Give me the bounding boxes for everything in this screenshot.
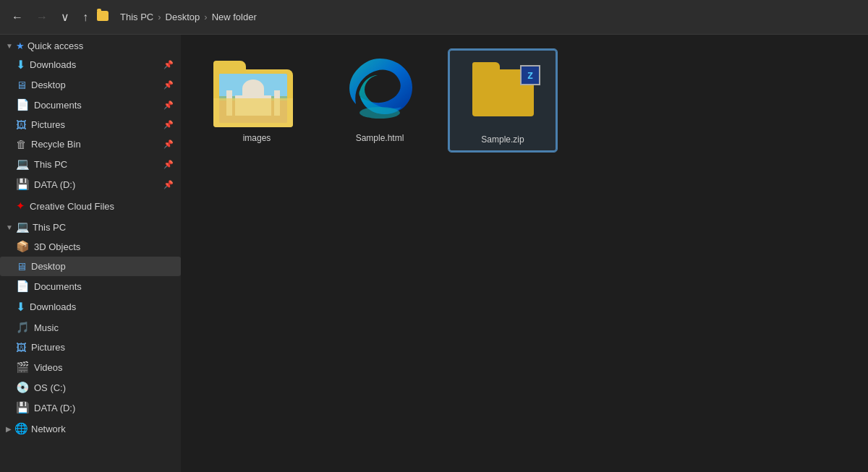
sidebar-label-cc: Creative Cloud Files	[30, 201, 114, 212]
file-label-images: images	[243, 133, 271, 143]
forward-button[interactable]: →	[32, 9, 52, 26]
creative-cloud-icon: ✦	[16, 199, 25, 213]
breadcrumb-desktop[interactable]: Desktop	[166, 12, 200, 22]
music-icon: 🎵	[16, 321, 30, 334]
sidebar-label-documents: Documents	[34, 281, 82, 292]
breadcrumb: This PC › Desktop › New folder	[120, 12, 257, 22]
file-label-samplezip: Sample.zip	[481, 134, 524, 145]
pin-icon: 📌	[163, 180, 174, 189]
folder-front	[213, 98, 293, 127]
network-section: ▶ 🌐 Network	[0, 419, 181, 438]
sidebar-item-datad[interactable]: 💾 DATA (D:)	[0, 398, 181, 418]
zip-folder-icon: Z	[459, 56, 546, 129]
zip-badge: Z	[520, 65, 540, 85]
sidebar-item-pictures-quick[interactable]: 🖼 Pictures 📌	[0, 115, 181, 134]
sidebar-item-datad-quick[interactable]: 💾 DATA (D:) 📌	[0, 174, 181, 194]
sidebar-label-documents-quick: Documents	[34, 100, 82, 111]
network-header[interactable]: ▶ 🌐 Network	[0, 419, 181, 438]
recent-button[interactable]: ∨	[56, 9, 74, 26]
edge-icon	[340, 55, 420, 127]
pictures-icon2: 🖼	[16, 341, 27, 353]
file-item-samplehtml[interactable]: Sample.html	[326, 49, 434, 152]
thispc-main-icon: 💻	[16, 220, 30, 233]
sidebar-item-desktop-quick[interactable]: 🖥 Desktop 📌	[0, 75, 181, 95]
downloads-icon2: ⬇	[16, 300, 25, 314]
star-icon: ★	[16, 40, 25, 51]
breadcrumb-newfolder[interactable]: New folder	[212, 12, 257, 22]
sidebar-item-creative-cloud[interactable]: ✦ Creative Cloud Files	[0, 196, 181, 216]
sidebar-label-recycle: Recycle Bin	[31, 139, 81, 150]
sidebar-item-videos[interactable]: 🎬 Videos	[0, 357, 181, 377]
main-layout: ▼ ★ Quick access ⬇ Downloads 📌 🖥 Desktop…	[0, 35, 868, 472]
pin-icon: 📌	[163, 160, 174, 169]
svg-point-0	[359, 107, 400, 119]
sidebar-item-osc[interactable]: 💿 OS (C:)	[0, 377, 181, 398]
sidebar-label-videos: Videos	[34, 362, 63, 373]
thispc-section: ▼ 💻 This PC 📦 3D Objects 🖥 Desktop 📄 Doc…	[0, 218, 181, 418]
pin-icon: 📌	[163, 120, 174, 129]
pin-icon: 📌	[163, 140, 174, 149]
recycle-icon: 🗑	[16, 138, 27, 150]
pictures-icon: 🖼	[16, 119, 27, 131]
drive-icon: 💾	[16, 178, 30, 191]
chevron-icon: ▼	[6, 223, 13, 231]
sidebar-item-music[interactable]: 🎵 Music	[0, 317, 181, 338]
creative-cloud-section: ✦ Creative Cloud Files	[0, 196, 181, 216]
sidebar-label-osc: OS (C:)	[34, 382, 66, 393]
folder-icon-nav	[97, 11, 111, 23]
quick-access-header[interactable]: ▼ ★ Quick access	[0, 38, 181, 54]
file-item-images[interactable]: images	[203, 49, 311, 152]
sidebar-item-downloads-quick[interactable]: ⬇ Downloads 📌	[0, 54, 181, 75]
edge-icon-container	[336, 55, 423, 127]
sidebar-label-network: Network	[31, 424, 66, 434]
back-button[interactable]: ←	[7, 9, 27, 26]
chevron-icon: ▼	[6, 42, 13, 50]
sidebar-item-thispc-quick[interactable]: 💻 This PC 📌	[0, 154, 181, 174]
thispc-header[interactable]: ▼ 💻 This PC	[0, 218, 181, 236]
pin-icon: 📌	[163, 60, 174, 69]
breadcrumb-thispc[interactable]: This PC	[120, 12, 153, 22]
sidebar-item-pictures[interactable]: 🖼 Pictures	[0, 338, 181, 357]
folder-photo-icon	[213, 55, 300, 127]
desktop-icon: 🖥	[16, 79, 27, 91]
thispc-icon: 💻	[16, 158, 30, 171]
sidebar-label-thispc-quick: This PC	[34, 159, 67, 170]
pin-icon: 📌	[163, 80, 174, 90]
sidebar-item-desktop[interactable]: 🖥 Desktop	[0, 257, 181, 276]
documents-icon: 📄	[16, 98, 30, 111]
file-label-samplehtml: Sample.html	[356, 133, 404, 143]
quick-access-label: Quick access	[27, 40, 83, 51]
quick-access-section: ▼ ★ Quick access ⬇ Downloads 📌 🖥 Desktop…	[0, 38, 181, 194]
sidebar-item-recycle[interactable]: 🗑 Recycle Bin 📌	[0, 134, 181, 154]
sidebar-label-desktop-quick: Desktop	[31, 80, 66, 90]
os-icon: 💿	[16, 381, 30, 394]
sidebar: ▼ ★ Quick access ⬇ Downloads 📌 🖥 Desktop…	[0, 35, 181, 472]
desktop-icon2: 🖥	[16, 260, 27, 273]
sidebar-label-desktop: Desktop	[31, 261, 66, 272]
sidebar-label-music: Music	[34, 322, 59, 333]
content-area: images	[181, 35, 868, 472]
sidebar-item-documents-quick[interactable]: 📄 Documents 📌	[0, 95, 181, 115]
video-icon: 🎬	[16, 361, 30, 374]
nav-bar: ← → ∨ ↑ This PC › Desktop › New folder	[0, 0, 868, 35]
sidebar-label-downloads: Downloads	[30, 301, 76, 312]
up-button[interactable]: ↑	[78, 9, 93, 26]
documents-icon2: 📄	[16, 280, 30, 293]
sidebar-label-datad: DATA (D:)	[34, 403, 75, 413]
sidebar-thispc-label: This PC	[33, 222, 66, 233]
sidebar-label-datad-quick: DATA (D:)	[34, 179, 75, 190]
sidebar-label-3d: 3D Objects	[34, 241, 80, 252]
network-icon: 🌐	[14, 422, 28, 435]
sidebar-label-downloads-quick: Downloads	[30, 59, 76, 70]
sidebar-label-pictures-quick: Pictures	[31, 119, 65, 130]
pin-icon: 📌	[163, 100, 174, 110]
chevron-icon: ▶	[6, 425, 12, 433]
sidebar-item-documents[interactable]: 📄 Documents	[0, 276, 181, 296]
datad-icon: 💾	[16, 401, 30, 414]
file-item-samplezip[interactable]: Z Sample.zip	[448, 49, 557, 152]
downloads-icon: ⬇	[16, 58, 25, 72]
sidebar-item-downloads[interactable]: ⬇ Downloads	[0, 296, 181, 317]
sidebar-item-3d[interactable]: 📦 3D Objects	[0, 236, 181, 257]
3d-icon: 📦	[16, 240, 30, 253]
sidebar-label-pictures: Pictures	[31, 342, 65, 353]
